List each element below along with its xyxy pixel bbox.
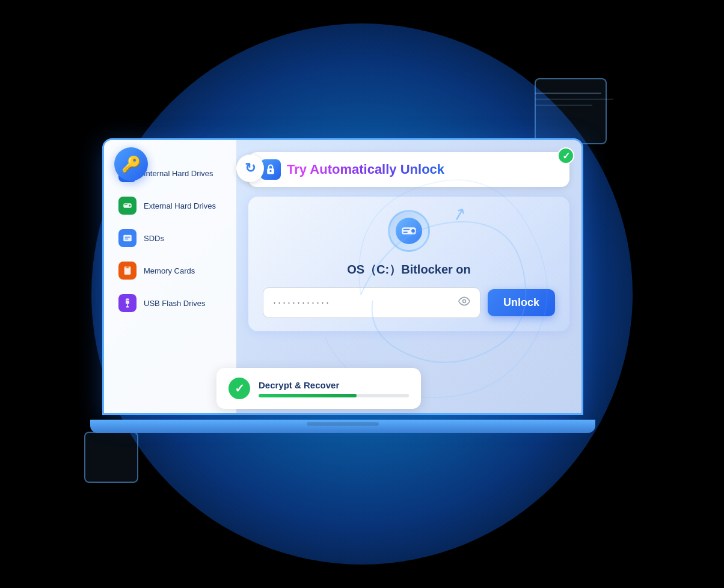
- drive-icon-circle: [388, 210, 430, 252]
- memory-card-icon: [118, 262, 137, 280]
- external-hd-icon: [118, 197, 137, 215]
- svg-rect-11: [125, 237, 130, 238]
- svg-point-28: [462, 300, 465, 303]
- decrypt-check-icon: ✓: [229, 378, 250, 399]
- usb-flash-label: USB Flash Drives: [144, 299, 206, 308]
- svg-rect-21: [128, 300, 129, 301]
- sidebar: Internal Hard Drives External Hard Drive…: [104, 140, 236, 413]
- drive-card: ↗ OS（C:）Bitlocker on ············: [248, 197, 569, 331]
- sdd-icon: [118, 229, 137, 247]
- svg-rect-10: [123, 235, 132, 242]
- decrypt-recover-bar: ✓ Decrypt & Recover: [216, 368, 421, 409]
- sidebar-item-sdd[interactable]: SDDs: [110, 223, 230, 253]
- arrow-decoration: ↗: [450, 203, 468, 225]
- svg-rect-15: [127, 266, 128, 268]
- sidebar-item-external-hd[interactable]: External Hard Drives: [110, 191, 230, 221]
- decrypt-label: Decrypt & Recover: [259, 380, 409, 390]
- refresh-button[interactable]: ↻: [236, 155, 264, 182]
- decrypt-content: Decrypt & Recover: [259, 380, 409, 397]
- eye-icon[interactable]: [458, 295, 470, 310]
- header-check-icon: ✓: [557, 147, 574, 164]
- sidebar-item-memory-cards[interactable]: Memory Cards: [110, 256, 230, 286]
- sdd-label: SDDs: [144, 234, 164, 243]
- sidebar-item-usb-flash[interactable]: USB Flash Drives: [110, 288, 230, 318]
- password-row: ············ Unlock: [263, 287, 555, 318]
- unlock-header-bar: Try Automatically Unlock ✓: [248, 152, 569, 187]
- svg-rect-20: [127, 300, 128, 301]
- deco-rect-bottom-left: [84, 432, 138, 483]
- laptop-base: [90, 420, 595, 433]
- password-field[interactable]: ············: [263, 287, 480, 318]
- memory-cards-label: Memory Cards: [144, 266, 195, 275]
- drive-name: OS（C:）Bitlocker on: [347, 262, 471, 278]
- usb-flash-icon: [118, 294, 137, 312]
- key-icon: 🔑: [114, 147, 148, 181]
- svg-rect-17: [126, 299, 129, 304]
- deco-rect-top-right: [535, 78, 607, 144]
- unlock-button[interactable]: Unlock: [488, 289, 555, 316]
- password-mask: ············: [273, 296, 331, 309]
- laptop-frame: Internal Hard Drives External Hard Drive…: [102, 138, 595, 433]
- refresh-icon: ↻: [245, 161, 256, 176]
- external-hd-label: External Hard Drives: [144, 201, 216, 210]
- decrypt-progress-bar: [259, 394, 409, 397]
- scene: 🔑: [0, 0, 724, 588]
- svg-rect-19: [126, 306, 129, 307]
- svg-rect-16: [129, 266, 130, 268]
- drive-icon-inner: [396, 218, 422, 244]
- header-title: Try Automatically Unlock: [287, 162, 444, 177]
- svg-rect-14: [126, 266, 127, 268]
- svg-point-25: [411, 229, 415, 233]
- svg-point-23: [269, 170, 271, 172]
- svg-point-8: [129, 205, 130, 207]
- svg-rect-12: [125, 239, 129, 240]
- key-symbol: 🔑: [121, 155, 141, 174]
- internal-hd-label: Internal Hard Drives: [144, 169, 213, 178]
- decrypt-progress-fill: [259, 394, 357, 397]
